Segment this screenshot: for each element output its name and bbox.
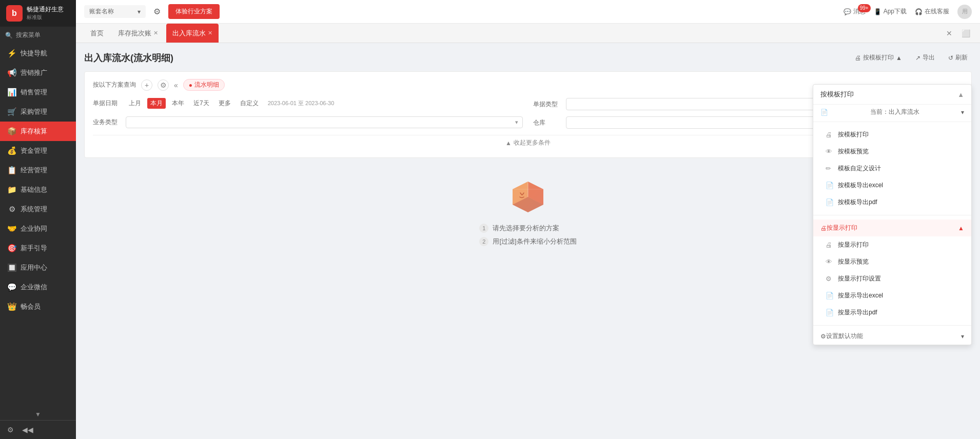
topbar-left: 账套名称 ▾ ⚙ 体验行业方案 <box>84 4 837 19</box>
headset-icon: 🎧 <box>915 8 923 15</box>
sidebar-item-quick-nav[interactable]: ⚡ 快捷导航 <box>0 44 76 63</box>
tabs-close-button[interactable]: ✕ <box>943 27 955 39</box>
sidebar-item-enterprise[interactable]: 🤝 企业协同 <box>0 219 76 238</box>
sidebar: b 畅捷通好生意 标准版 🔍 搜索菜单 ⚡ 快捷导航 📢 营销推广 📊 销售管理… <box>0 0 76 439</box>
export-button[interactable]: ↗ 导出 <box>911 51 939 64</box>
sidebar-scroll-down[interactable]: ▼ <box>0 409 76 420</box>
date-label: 单据日期 <box>93 99 122 108</box>
customer-service-action[interactable]: 🎧 在线客服 <box>915 7 949 16</box>
app-download-icon: 📱 <box>874 8 881 15</box>
sidebar-item-label: 营销推广 <box>21 68 47 77</box>
dropdown-footer[interactable]: ⚙ 设置默认功能 ▾ <box>813 328 971 345</box>
finance-icon: 💰 <box>7 146 16 155</box>
display-section: 🖨 按显示打印 ▲ 🖨 按显示打印 👁 按显示预览 ⚙ 按显示打印设置 <box>813 217 971 323</box>
display-print-label: 按显示打印 <box>838 241 869 249</box>
trial-button[interactable]: 体验行业方案 <box>168 4 220 19</box>
settings-bottom-icon[interactable]: ⚙ <box>7 426 14 434</box>
sidebar-item-operations[interactable]: 📋 经营管理 <box>0 161 76 180</box>
print-template-button[interactable]: 🖨 按模板打印 ▲ <box>851 51 906 64</box>
sidebar-item-guide[interactable]: 🎯 新手引导 <box>0 238 76 258</box>
date-option-custom[interactable]: 自定义 <box>237 98 262 109</box>
step-1-text: 请先选择要分析的方案 <box>493 224 559 233</box>
sidebar-item-purchase[interactable]: 🛒 采购管理 <box>0 102 76 122</box>
sidebar-item-label: 新手引导 <box>21 244 47 253</box>
dropdown-collapse-arrow-icon[interactable]: ▲ <box>957 91 964 98</box>
display-export-pdf-icon: 📄 <box>826 309 834 317</box>
tab-home[interactable]: 首页 <box>84 24 110 43</box>
display-section-header[interactable]: 🖨 按显示打印 ▲ <box>813 220 971 236</box>
tab-inventory-batch-close-icon[interactable]: ✕ <box>153 30 158 36</box>
sidebar-item-inventory[interactable]: 📦 库存核算 <box>0 122 76 141</box>
template-customize-item[interactable]: ✏ 模板自定义设计 <box>813 160 971 177</box>
sidebar-item-label: 系统管理 <box>21 205 47 214</box>
date-option-last-month[interactable]: 上月 <box>126 98 144 109</box>
filter-add-button[interactable]: + <box>141 79 152 91</box>
message-action[interactable]: 💬 消息 99+ <box>844 7 866 16</box>
display-section-collapse-icon: ▲ <box>958 225 964 232</box>
sidebar-item-label: 企业协同 <box>21 224 47 233</box>
filter-label: 按以下方案查询 <box>93 81 136 89</box>
sidebar-item-basic-info[interactable]: 📁 基础信息 <box>0 180 76 199</box>
tab-stock-flow[interactable]: 出入库流水 ✕ <box>166 24 219 43</box>
sidebar-item-enterprise-wechat[interactable]: 💬 企业微信 <box>0 277 76 297</box>
sidebar-item-system[interactable]: ⚙ 系统管理 <box>0 199 76 219</box>
message-icon: 💬 <box>844 8 851 15</box>
sidebar-item-finance[interactable]: 💰 资金管理 <box>0 141 76 161</box>
sidebar-item-label: 应用中心 <box>21 263 47 272</box>
search-menu-item[interactable]: 🔍 搜索菜单 <box>0 27 76 44</box>
sidebar-item-app-center[interactable]: 🔲 应用中心 <box>0 258 76 277</box>
topbar-right: 💬 消息 99+ 📱 App下载 🎧 在线客服 用 <box>844 5 972 19</box>
business-type-select[interactable]: ▾ <box>126 116 523 128</box>
template-preview-item[interactable]: 👁 按模板预览 <box>813 143 971 160</box>
date-option-this-month[interactable]: 本月 <box>147 98 166 109</box>
app-download-action[interactable]: 📱 App下载 <box>874 7 907 16</box>
filter-tag[interactable]: ● 流水明细 <box>183 79 225 91</box>
date-range-display: 2023-06-01 至 2023-06-30 <box>268 99 335 107</box>
display-print-item[interactable]: 🖨 按显示打印 <box>813 236 971 253</box>
tab-stock-flow-close-icon[interactable]: ✕ <box>208 30 212 36</box>
settings-gear-button[interactable]: ⚙ <box>150 5 164 19</box>
tab-inventory-batch[interactable]: 库存批次账 ✕ <box>112 24 164 43</box>
message-badge: 99+ <box>858 4 871 12</box>
user-selector[interactable]: 账套名称 ▾ <box>84 5 146 18</box>
template-export-pdf-label: 按模板导出pdf <box>838 198 877 207</box>
refresh-button[interactable]: ↺ 刷新 <box>944 51 972 64</box>
date-option-7days[interactable]: 近7天 <box>190 98 212 109</box>
enterprise-icon: 🤝 <box>7 224 16 233</box>
display-preview-item[interactable]: 👁 按显示预览 <box>813 253 971 270</box>
filter-collapse-button[interactable]: « <box>174 81 178 89</box>
sidebar-nav: ⚡ 快捷导航 📢 营销推广 📊 销售管理 🛒 采购管理 📦 库存核算 💰 资金管… <box>0 44 76 409</box>
sidebar-item-member[interactable]: 👑 畅会员 <box>0 297 76 316</box>
template-export-excel-item[interactable]: 📄 按模板导出excel <box>813 177 971 194</box>
search-icon: 🔍 <box>5 32 13 39</box>
display-export-excel-item[interactable]: 📄 按显示导出excel <box>813 287 971 304</box>
tab-stock-flow-label: 出入库流水 <box>172 29 206 38</box>
display-print-settings-item[interactable]: ⚙ 按显示打印设置 <box>813 270 971 287</box>
member-icon: 👑 <box>7 302 16 311</box>
collapse-sidebar-icon[interactable]: ◀◀ <box>22 426 33 434</box>
display-export-pdf-item[interactable]: 📄 按显示导出pdf <box>813 304 971 321</box>
template-export-excel-label: 按模板导出excel <box>838 181 883 190</box>
sidebar-item-label: 库存核算 <box>21 127 47 136</box>
date-option-this-year[interactable]: 本年 <box>169 98 187 109</box>
empty-steps: 1 请先选择要分析的方案 2 用[过滤]条件来缩小分析范围 <box>479 224 576 246</box>
template-print-item[interactable]: 🖨 按模板打印 <box>813 126 971 143</box>
user-avatar[interactable]: 用 <box>957 5 972 19</box>
bill-type-label: 单据类型 <box>533 100 562 109</box>
page-content: 出入库流水(流水明细) 🖨 按模板打印 ▲ ↗ 导出 ↺ 刷新 <box>76 43 980 439</box>
date-option-more[interactable]: 更多 <box>215 98 234 109</box>
system-icon: ⚙ <box>7 205 16 214</box>
guide-icon: 🎯 <box>7 244 16 253</box>
page-header: 出入库流水(流水明细) 🖨 按模板打印 ▲ ↗ 导出 ↺ 刷新 <box>84 51 972 64</box>
tab-home-label: 首页 <box>90 29 104 38</box>
sidebar-item-label: 资金管理 <box>21 146 47 155</box>
template-customize-label: 模板自定义设计 <box>838 164 881 173</box>
template-export-pdf-item[interactable]: 📄 按模板导出pdf <box>813 194 971 211</box>
step-1-number: 1 <box>479 224 488 233</box>
wechat-icon: 💬 <box>7 283 16 292</box>
tabs-expand-button[interactable]: ⬜ <box>959 27 972 39</box>
filter-setting-button[interactable]: ⚙ <box>158 79 169 91</box>
sidebar-item-sales[interactable]: 📊 销售管理 <box>0 83 76 102</box>
sidebar-item-marketing[interactable]: 📢 营销推广 <box>0 63 76 83</box>
app-center-icon: 🔲 <box>7 263 16 272</box>
